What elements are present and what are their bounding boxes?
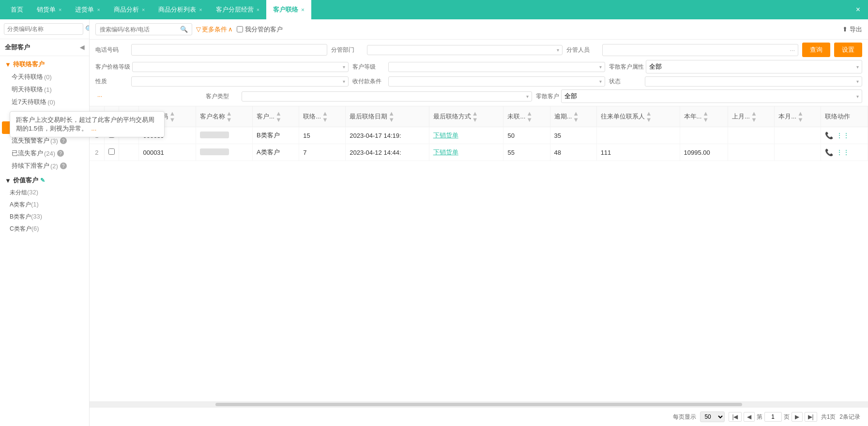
main-search-input[interactable] [100, 26, 180, 33]
phone-input[interactable] [131, 44, 327, 56]
my-customers-checkbox[interactable] [237, 26, 243, 32]
filter-price-grade: 客户价格等级 ▾ [95, 62, 349, 72]
row-2-checkbox[interactable] [108, 148, 115, 155]
filter-zero-retail-attr: 零散客户属性 全部 ▾ [609, 60, 862, 73]
edit-value-btn[interactable]: ✎ [40, 177, 45, 184]
nav-tab-customer-contact[interactable]: 客户联络 × [266, 0, 311, 19]
row-1-name-blurred [200, 132, 229, 138]
row-2-last-method-link[interactable]: 下销货单 [433, 148, 458, 156]
filter-nature: 性质 ▾ [95, 76, 349, 87]
sidebar-item-ungrouped[interactable]: 未分组(32) [0, 187, 89, 199]
payment-caret: ▾ [599, 79, 602, 84]
sidebar-search-area: 🔍 [0, 19, 89, 39]
right-content: 🔍 ▽ 更多条件 ∧ 我分管的客户 ⬆ 导出 电话号码 [90, 19, 868, 426]
sidebar-collapse-btn[interactable]: ◀ [80, 44, 84, 51]
customer-type-select[interactable]: ▾ [242, 91, 532, 102]
status-caret: ▾ [856, 79, 859, 84]
sidebar-item-tomorrow[interactable]: 明天待联络(1) [0, 83, 89, 96]
main-search-icon[interactable]: 🔍 [180, 26, 188, 33]
tooltip-more-link[interactable]: ... [91, 125, 96, 132]
nav-close-customer-contact[interactable]: × [301, 7, 304, 13]
page-current-input[interactable] [764, 412, 782, 422]
export-button[interactable]: ⬆ 导出 [842, 25, 862, 34]
sidebar-search-input[interactable] [4, 23, 83, 35]
row-2-contact-count: 7 [299, 144, 346, 161]
chevron-down-icon: ∧ [228, 26, 233, 33]
page-first-btn[interactable]: |◀ [729, 412, 741, 422]
sidebar-search-icon[interactable]: 🔍 [85, 25, 90, 33]
sidebar-section-pending: ▼ 待联络客户 [0, 58, 89, 71]
status-select[interactable]: ▾ [645, 76, 862, 87]
nav-tab-customer-segment[interactable]: 客户分层经营 × [209, 0, 266, 19]
page-nav: |◀ ◀ 第 页 ▶ ▶| [729, 412, 817, 422]
table-row: 2 000031 A类客户 7 2023-04-12 14:44: 下销货单 [90, 144, 868, 161]
info-icon2: ? [60, 137, 67, 144]
zero-retail-select[interactable]: 全部 ▾ [561, 89, 862, 103]
row-1-more-action[interactable]: ⋮⋮ [836, 132, 850, 139]
filter-more-expand-btn[interactable]: ··· [95, 91, 104, 102]
row-2-phone-action[interactable]: 📞 [825, 148, 833, 156]
row-1-name [196, 127, 252, 144]
table-empty-space [90, 161, 868, 401]
row-1-phone-action[interactable]: 📞 [825, 132, 833, 139]
total-pages: 共1页 [821, 413, 836, 421]
col-header-type: 客户... ▲▼ [253, 106, 299, 127]
dept-label: 分管部门 [331, 46, 365, 54]
payment-label: 收付款条件 [352, 77, 386, 86]
more-conditions-btn[interactable]: ▽ 更多条件 ∧ [196, 25, 233, 34]
row-1-last-date: 2023-04-17 14:19: [346, 127, 429, 144]
row-1-last-method-link[interactable]: 下销货单 [433, 132, 458, 139]
horizontal-scrollbar[interactable] [90, 401, 868, 407]
nav-close-sales[interactable]: × [59, 7, 61, 13]
per-page-select[interactable]: 50 100 200 [700, 411, 725, 422]
nav-close-product-analysis[interactable]: × [142, 7, 145, 13]
manager-select[interactable]: ··· [602, 44, 798, 56]
info-icon4: ? [60, 162, 67, 169]
customer-grade-select[interactable]: ▾ [388, 62, 606, 72]
nav-close-product-analysis-list[interactable]: × [199, 7, 202, 13]
sidebar-item-declining[interactable]: 持续下滑客户(2) ? [0, 160, 89, 172]
total-records: 2条记录 [839, 413, 860, 421]
page-next-btn[interactable]: ▶ [792, 412, 803, 422]
close-all-tabs-button[interactable]: × [856, 5, 860, 14]
data-table-area: ⚙ 客户编码 ▲▼ 客户名称 ▲▼ [90, 106, 868, 426]
sidebar-item-today[interactable]: 今天待联络(0) [0, 71, 89, 83]
filter-customer-grade: 客户等级 ▾ [352, 62, 606, 72]
nav-tab-home[interactable]: 首页 [4, 0, 30, 19]
sidebar-item-a-class[interactable]: A类客户(1) [0, 199, 89, 211]
price-grade-label: 客户价格等级 [95, 63, 130, 71]
my-customers-checkbox-wrap[interactable]: 我分管的客户 [237, 25, 283, 34]
nav-close-customer-segment[interactable]: × [257, 7, 259, 13]
filter-customer-type: 客户类型 ▾ [206, 91, 532, 102]
query-button[interactable]: 查询 [802, 43, 830, 57]
nav-tab-purchase[interactable]: 进货单 × [68, 0, 107, 19]
nature-select[interactable]: ▾ [131, 76, 349, 87]
price-grade-select[interactable]: ▾ [132, 62, 349, 72]
sidebar-item-churned[interactable]: 已流失客户(24) ? [0, 147, 89, 160]
zero-retail-attr-label: 零散客户属性 [609, 63, 644, 71]
zero-retail-attr-select[interactable]: 全部 ▾ [646, 60, 862, 73]
manager-label: 分管人员 [566, 46, 600, 54]
payment-select[interactable]: ▾ [388, 76, 606, 87]
zero-retail-caret: ▾ [856, 94, 859, 99]
nav-tab-product-analysis-list[interactable]: 商品分析列表 × [152, 0, 209, 19]
col-header-last-date: 最后联络日期 ▲▼ [346, 106, 429, 127]
nav-tab-product-analysis[interactable]: 商品分析 × [107, 0, 152, 19]
page-prev-btn[interactable]: ◀ [744, 412, 755, 422]
row-2-more-action[interactable]: ⋮⋮ [836, 148, 850, 156]
filter-more-row: ··· [95, 91, 202, 102]
sidebar-item-b-class[interactable]: B类客户(33) [0, 211, 89, 223]
page-last-btn[interactable]: ▶| [805, 412, 817, 422]
sidebar-item-7days[interactable]: 近7天待联络(0) [0, 96, 89, 108]
sidebar-item-c-class[interactable]: C类客户(6) [0, 223, 89, 235]
row-1-actions: 📞 ⋮⋮ [821, 127, 868, 144]
status-label: 状态 [609, 77, 643, 86]
nav-close-purchase[interactable]: × [97, 7, 100, 13]
manager-dots: ··· [790, 46, 795, 54]
row-2-this-year: 10995.00 [680, 144, 728, 161]
dept-select[interactable]: ▾ [367, 45, 563, 55]
settings-button[interactable]: 设置 [834, 43, 862, 57]
scrollbar-thumb[interactable] [215, 403, 742, 406]
nav-tab-sales[interactable]: 销货单 × [30, 0, 68, 19]
row-2-unit-contact: 111 [596, 144, 680, 161]
